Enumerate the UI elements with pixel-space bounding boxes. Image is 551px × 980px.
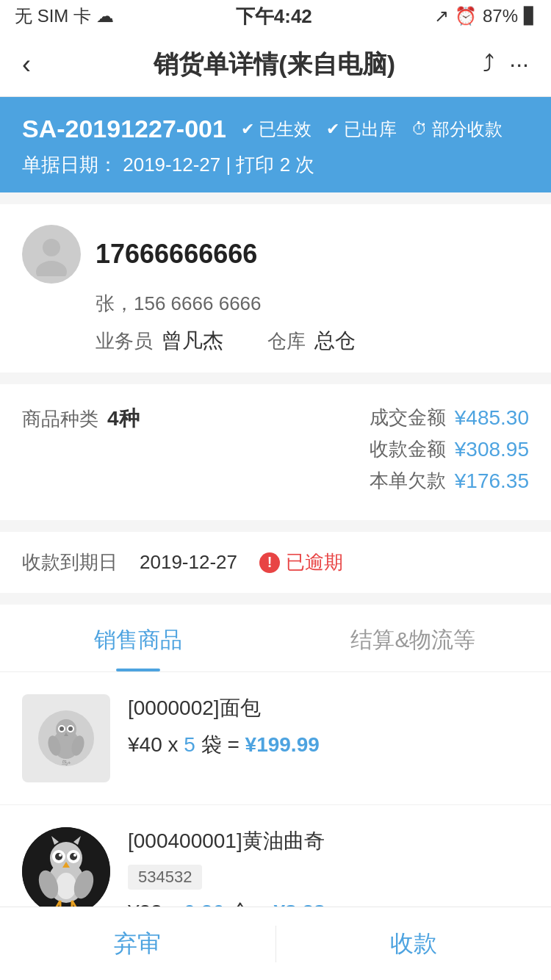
nav-actions: ⤴ ··· (483, 51, 529, 78)
product-type-label: 商品种类 (22, 406, 98, 432)
svg-point-19 (70, 853, 77, 860)
svg-point-20 (59, 854, 62, 857)
payment-button[interactable]: 收款 (276, 913, 552, 975)
share-button[interactable]: ⤴ (483, 51, 494, 78)
customer-meta: 业务员 曾凡杰 仓库 总仓 (22, 327, 529, 355)
cancel-review-button[interactable]: 弃审 (0, 913, 276, 975)
product-thumbnail-bread: 鸟+ (22, 694, 110, 782)
battery-icon: ▊ (524, 7, 536, 26)
svg-point-7 (60, 727, 64, 731)
order-id: SA-20191227-001 (22, 115, 226, 143)
product-thumbnail-owl (22, 827, 110, 915)
received-item: 收款金额 ¥308.95 (370, 436, 529, 462)
product-total-1: ¥199.99 (245, 733, 320, 756)
status-right: ↗ ⏰ 87% ▊ (434, 6, 536, 26)
svg-point-1 (36, 261, 67, 276)
stats-right: 成交金额 ¥485.30 收款金额 ¥308.95 本单欠款 ¥176.35 (370, 405, 529, 500)
deal-amount-label: 成交金额 (370, 405, 446, 430)
product-sku-2: 534532 (128, 865, 202, 890)
product-qty-1: 5 (184, 733, 195, 756)
check-icon-2: ✔ (326, 120, 339, 139)
status-bar: 无 SIM 卡 ☁ 下午4:42 ↗ ⏰ 87% ▊ (0, 0, 551, 32)
warehouse-value: 总仓 (314, 327, 356, 355)
more-button[interactable]: ··· (509, 51, 529, 78)
received-value: ¥308.95 (455, 438, 529, 461)
product-info-1: [0000002]面包 ¥40 x 5 袋 = ¥199.99 (128, 694, 529, 759)
back-button[interactable]: ‹ (22, 49, 66, 80)
debt-item: 本单欠款 ¥176.35 (370, 468, 529, 494)
order-id-row: SA-20191227-001 ✔ 已生效 ✔ 已出库 ⏱ 部分收款 (22, 115, 529, 143)
overdue-text: 已逾期 (286, 550, 343, 575)
svg-point-25 (56, 873, 76, 899)
product-name-1: [0000002]面包 (128, 694, 529, 722)
sim-status: 无 SIM 卡 ☁ (15, 4, 114, 28)
svg-point-8 (68, 727, 73, 731)
badge-shipped: ✔ 已出库 (326, 118, 397, 141)
order-header: SA-20191227-001 ✔ 已生效 ✔ 已出库 ⏱ 部分收款 单据日期：… (0, 97, 551, 192)
tab-sales-products[interactable]: 销售商品 (0, 605, 276, 671)
stats-left: 商品种类 4种 (22, 405, 140, 439)
customer-name-phone: 张，156 6666 6666 (22, 291, 529, 317)
alarm-icon: ⏰ (455, 6, 477, 26)
product-item: 鸟+ [0000002]面包 ¥40 x 5 袋 = ¥199.99 (0, 672, 551, 805)
salesperson-value: 曾凡杰 (162, 327, 223, 355)
badge-effective: ✔ 已生效 (241, 118, 311, 141)
battery-status: 87% (483, 6, 518, 26)
time-display: 下午4:42 (236, 4, 312, 29)
due-date-value: 2019-12-27 (140, 551, 237, 574)
warehouse-label: 仓库 (267, 328, 306, 354)
stats-row: 商品种类 4种 成交金额 ¥485.30 收款金额 ¥308.95 本单欠款 ¥… (22, 405, 529, 500)
status-left: 无 SIM 卡 ☁ (15, 4, 114, 28)
location-icon: ↗ (434, 6, 449, 26)
nav-bar: ‹ 销货单详情(来自电脑) ⤴ ··· (0, 32, 551, 97)
product-type-item: 商品种类 4种 (22, 405, 140, 433)
salesperson-item: 业务员 曾凡杰 (96, 327, 223, 355)
customer-row: 17666666666 (22, 225, 529, 284)
tabs: 销售商品 结算&物流等 (0, 605, 551, 672)
deal-amount-item: 成交金额 ¥485.30 (370, 405, 529, 430)
avatar (22, 225, 81, 284)
customer-section: 17666666666 张，156 6666 6666 业务员 曾凡杰 仓库 总… (0, 204, 551, 372)
salesperson-label: 业务员 (96, 328, 153, 354)
order-date: 单据日期： 2019-12-27 | 打印 2 次 (22, 152, 529, 178)
due-date-label: 收款到期日 (22, 550, 118, 575)
tab-section: 销售商品 结算&物流等 (0, 605, 551, 949)
overdue-badge: ! 已逾期 (259, 550, 343, 575)
svg-point-18 (55, 853, 62, 860)
debt-label: 本单欠款 (370, 468, 446, 494)
overdue-icon: ! (259, 552, 280, 573)
svg-text:鸟+: 鸟+ (62, 760, 71, 766)
debt-value: ¥176.35 (455, 469, 529, 493)
due-date-section: 收款到期日 2019-12-27 ! 已逾期 (0, 532, 551, 593)
product-price-1: ¥40 x 5 袋 = ¥199.99 (128, 731, 529, 759)
warehouse-item: 仓库 总仓 (267, 327, 356, 355)
badge-partial-payment: ⏱ 部分收款 (411, 118, 503, 141)
bottom-bar: 弃审 收款 (0, 907, 551, 980)
svg-point-21 (73, 854, 76, 857)
tab-settlement-logistics[interactable]: 结算&物流等 (276, 605, 551, 671)
stats-section: 商品种类 4种 成交金额 ¥485.30 收款金额 ¥308.95 本单欠款 ¥… (0, 384, 551, 520)
deal-amount-value: ¥485.30 (455, 406, 529, 430)
product-name-2: [000400001]黄油曲奇 (128, 827, 529, 855)
customer-account-id: 17666666666 (96, 239, 257, 270)
page-title: 销货单详情(来自电脑) (154, 48, 395, 82)
received-label: 收款金额 (370, 436, 446, 462)
clock-icon: ⏱ (411, 120, 428, 139)
svg-point-0 (43, 239, 60, 256)
check-icon-1: ✔ (241, 120, 254, 139)
product-type-count: 4种 (107, 405, 140, 433)
